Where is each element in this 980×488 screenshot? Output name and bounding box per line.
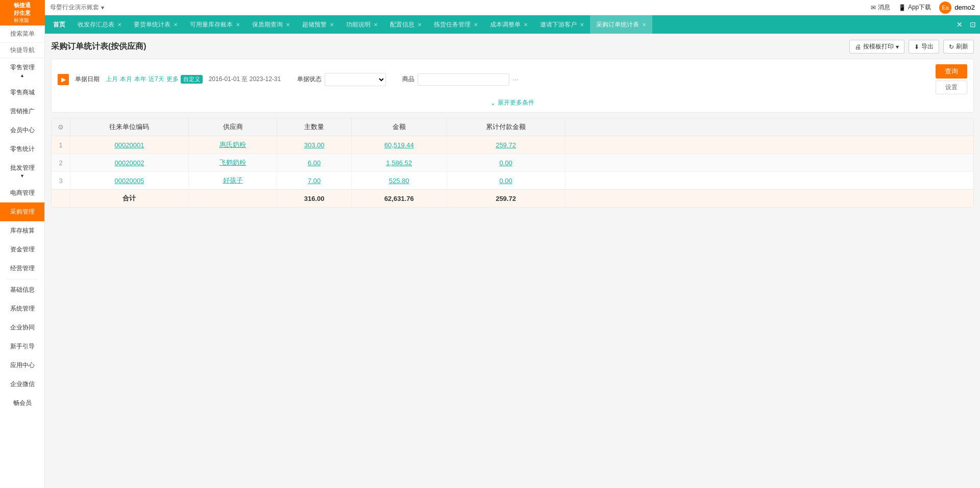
col-qty: 主数量 [277,118,352,136]
refresh-button[interactable]: ↻ 刷新 [943,40,974,54]
tab-close-all-icon[interactable]: ✕ [954,20,965,29]
query-actions: 查询 设置 [936,64,967,94]
row-qty-0[interactable]: 303.00 [277,136,352,154]
col-amount: 金额 [352,118,447,136]
sidebar-item-search[interactable]: 搜索菜单 [0,25,44,43]
goods-input[interactable] [418,73,509,86]
tab-invitedownstream-close[interactable]: ✕ [580,22,584,28]
row-supplier-2[interactable]: 好孩子 [188,172,277,190]
sidebar-item-member-center[interactable]: 会员中心 [0,121,44,140]
tab-costadjust-close[interactable]: ✕ [524,22,528,28]
user-profile[interactable]: Ea demo2 [939,2,975,14]
row-paid-2[interactable]: 0.00 [447,172,565,190]
row-amount-2[interactable]: 525.80 [352,172,447,190]
row-paid-0[interactable]: 259.72 [447,136,565,154]
row-paid-1[interactable]: 0.00 [447,154,565,172]
tab-goodsstats-close[interactable]: ✕ [174,22,178,28]
tab-purchasestats-label: 采购订单统计表 [596,20,639,29]
row-qty-1[interactable]: 6.00 [277,154,352,172]
sidebar-item-enterprise[interactable]: 企业协同 [0,318,44,337]
tab-funcdesc-close[interactable]: ✕ [374,22,378,28]
shortcut-more[interactable]: 更多 [166,75,179,84]
tab-availinventory-label: 可用量库存账本 [190,20,233,29]
setting-button[interactable]: 设置 [936,81,967,94]
sidebar-item-retail-shop[interactable]: 零售商城 [0,83,44,102]
date-filter-label: 单据日期 [75,75,100,84]
sidebar-item-finance[interactable]: 资金管理 [0,240,44,259]
sidebar-item-marketing[interactable]: 营销推广 [0,102,44,121]
sidebar-operations-label: 经营管理 [10,264,35,273]
tab-receivesend-close[interactable]: ✕ [117,22,121,28]
tab-availinventory-close[interactable]: ✕ [236,22,240,28]
tab-overstock-close[interactable]: ✕ [330,22,334,28]
tab-purchase-stats[interactable]: 采购订单统计表 ✕ [590,15,652,34]
row-amount-1[interactable]: 1,586.52 [352,154,447,172]
sidebar-item-wholesale-mgmt[interactable]: 批发管理 ▼ [0,159,44,184]
tab-purchasestats-close[interactable]: ✕ [642,22,646,28]
main-area: 母婴行业演示账套 ▾ ✉ 消息 📱 App下载 Ea demo2 首页 [45,0,980,488]
filter-toggle-button[interactable]: ▶ [58,74,69,85]
row-supplier-0[interactable]: 惠氏奶粉 [188,136,277,154]
query-button[interactable]: 查询 [936,64,967,79]
goods-more-icon[interactable]: ··· [512,75,518,83]
tab-shelflife-close[interactable]: ✕ [286,22,290,28]
filter-area: ▶ 单据日期 上月 本月 本年 近7天 更多 自定义 2016-01-01 至 … [51,59,974,113]
tab-receive-send[interactable]: 收发存汇总表 ✕ [71,15,128,34]
sidebar-item-enterprise-wx[interactable]: 企业微信 [0,375,44,394]
tab-expand-icon[interactable]: ⊡ [968,20,978,29]
row-code-0[interactable]: 00020001 [70,136,189,154]
sidebar-item-new-guide[interactable]: 新手引导 [0,337,44,356]
sidebar-item-operations[interactable]: 经营管理 [0,259,44,278]
shortcut-this-year[interactable]: 本年 [134,75,146,84]
column-settings-icon[interactable]: ⚙ [58,123,64,131]
tab-func-desc[interactable]: 功能说明 ✕ [340,15,384,34]
sidebar-item-retail-mgmt[interactable]: 零售管理 ▲ [0,58,44,83]
row-amount-0[interactable]: 60,519.44 [352,136,447,154]
tab-overstock[interactable]: 超储预警 ✕ [296,15,340,34]
filter-expand-btn[interactable]: ⌄ 展开更多条件 [58,98,967,107]
sidebar-item-system-mgmt[interactable]: 系统管理 [0,299,44,318]
row-qty-2[interactable]: 7.00 [277,172,352,190]
row-code-2[interactable]: 00020005 [70,172,189,190]
sidebar-retailstats-label: 零售统计 [10,145,35,153]
dropdown-arrow-icon[interactable]: ▾ [101,4,104,11]
sidebar-item-basic-info[interactable]: 基础信息 [0,280,44,299]
tab-configinfo-close[interactable]: ✕ [418,22,422,28]
sidebar-item-quick-nav[interactable]: 快捷导航 [0,43,44,58]
sidebar-item-purchase-mgmt[interactable]: 采购管理 [0,202,44,221]
tab-pickingtask-close[interactable]: ✕ [474,22,478,28]
sidebar-newguide-label: 新手引导 [10,342,35,351]
tab-shelf-life[interactable]: 保质期查询 ✕ [246,15,296,34]
row-supplier-1[interactable]: 飞鹤奶粉 [188,154,277,172]
status-select[interactable] [325,73,386,86]
sidebar-item-app-center[interactable]: 应用中心 [0,356,44,375]
sidebar-item-ecommerce[interactable]: 电商管理 [0,184,44,202]
sidebar-item-inventory[interactable]: 库存核算 [0,221,44,240]
tab-goods-stats[interactable]: 要货单统计表 ✕ [128,15,184,34]
tab-avail-inventory[interactable]: 可用量库存账本 ✕ [184,15,246,34]
export-button[interactable]: ⬇ 导出 [909,40,939,54]
app-download-btn[interactable]: 📱 App下载 [898,3,931,12]
sidebar-retailmgmt-label: 零售管理 [10,63,35,72]
col-extra [565,118,973,136]
shortcut-this-month[interactable]: 本月 [120,75,132,84]
sidebar-item-retail-stats[interactable]: 零售统计 [0,140,44,159]
sidebar-basicinfo-label: 基础信息 [10,286,35,294]
sidebar-marketing-label: 营销推广 [10,107,35,116]
shortcut-last-month[interactable]: 上月 [106,75,118,84]
row-code-1[interactable]: 00020002 [70,154,189,172]
goods-filter-group: 商品 ··· [402,73,518,86]
tab-config-info[interactable]: 配置信息 ✕ [384,15,428,34]
sidebar-item-member[interactable]: 畅会员 [0,394,44,413]
table-footer-row: 合计 316.00 62,631.76 259.72 [52,190,973,208]
tab-invite-downstream[interactable]: 邀请下游客户 ✕ [534,15,590,34]
tab-picking-task[interactable]: 拣货任务管理 ✕ [428,15,484,34]
message-btn[interactable]: ✉ 消息 [871,3,890,12]
username-label: demo2 [954,4,975,11]
print-button[interactable]: 🖨 按模板打印 ▾ [849,40,904,54]
app-icon: 📱 [898,4,906,11]
tab-cost-adjust[interactable]: 成本调整单 ✕ [484,15,534,34]
shortcut-7days[interactable]: 近7天 [149,75,164,84]
footer-amount: 62,631.76 [352,190,447,208]
tab-home[interactable]: 首页 [47,15,71,34]
